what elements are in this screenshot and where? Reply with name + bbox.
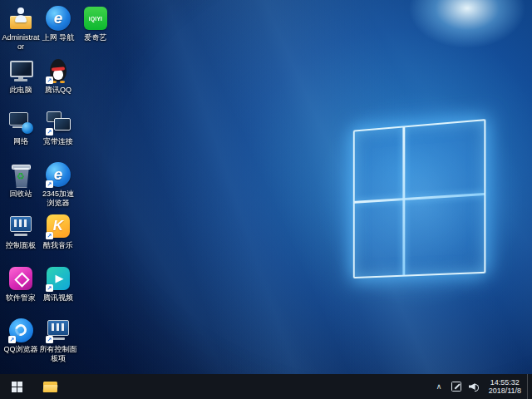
icon-glyph xyxy=(7,265,34,292)
icon-label: 网络 xyxy=(2,137,40,146)
icon-label: 腾讯视频 xyxy=(39,293,77,303)
desktop-icon-this-pc[interactable]: 此电脑 xyxy=(2,57,40,95)
desktop-icons: Administrator e 上网 导航 iQIYI 爱奇艺 此电脑 ↗ 腾讯… xyxy=(0,0,532,374)
internet-nav-icon: e xyxy=(45,5,71,32)
tencent-video-icon: ▶ ↗ xyxy=(45,265,71,292)
clock-date: 2018/11/8 xyxy=(489,387,521,396)
system-tray: ∧ 14:55:32 2018/11/8 xyxy=(431,374,532,399)
software-manager-icon xyxy=(7,265,34,292)
icon-glyph xyxy=(7,213,34,239)
icon-label: 回收站 xyxy=(2,190,40,199)
desktop-icon-browser-2345[interactable]: e ↗ 2345加速浏览器 xyxy=(39,161,77,208)
taskbar-clock[interactable]: 14:55:32 2018/11/8 xyxy=(483,378,527,396)
broadband-icon: ↗ xyxy=(45,109,71,135)
network-icon xyxy=(7,109,34,135)
icon-label: 上网 导航 xyxy=(39,33,77,42)
icon-glyph xyxy=(7,57,34,84)
icon-label: 2345加速浏览器 xyxy=(39,190,77,208)
icon-glyph: e xyxy=(45,5,71,32)
this-pc-icon xyxy=(7,57,34,84)
shortcut-arrow-icon: ↗ xyxy=(46,336,53,343)
desktop-icon-tencent-video[interactable]: ▶ ↗ 腾讯视频 xyxy=(39,265,77,303)
iqiyi-icon: iQIYI xyxy=(82,5,109,32)
shortcut-arrow-icon: ↗ xyxy=(46,232,53,239)
icon-glyph xyxy=(7,5,34,32)
icon-label: 腾讯QQ xyxy=(39,86,77,95)
chevron-up-icon: ∧ xyxy=(436,383,442,391)
show-desktop-button[interactable] xyxy=(527,374,532,399)
icon-label: Administrator xyxy=(2,33,40,52)
desktop-icon-qq-browser[interactable]: ↗ QQ浏览器 xyxy=(2,317,40,354)
administrator-icon xyxy=(7,5,34,32)
icon-glyph: iQIYI xyxy=(82,5,109,32)
icon-label: 此电脑 xyxy=(2,86,40,95)
desktop-icon-software-manager[interactable]: 软件管家 xyxy=(2,265,40,303)
speaker-icon xyxy=(469,382,480,392)
icon-label: 控制面板 xyxy=(2,241,40,250)
recycle-bin-icon: ♻ xyxy=(7,161,34,188)
control-panel-icon xyxy=(7,213,34,239)
file-explorer-button[interactable] xyxy=(33,374,66,399)
windows-logo-icon xyxy=(12,382,22,392)
desktop-icon-network[interactable]: 网络 xyxy=(2,109,40,146)
icon-label: 爱奇艺 xyxy=(76,33,115,42)
desktop-icon-all-control-panel[interactable]: ↗ 所有控制面板项 xyxy=(39,317,77,363)
desktop-icon-kuwo-music[interactable]: K ↗ 酷我音乐 xyxy=(39,213,77,250)
desktop-icon-control-panel[interactable]: 控制面板 xyxy=(2,213,40,250)
desktop-icon-tencent-qq[interactable]: ↗ 腾讯QQ xyxy=(39,57,77,95)
shortcut-arrow-icon: ↗ xyxy=(46,76,53,84)
icon-glyph: ♻ xyxy=(7,161,34,188)
pen-icon xyxy=(451,382,461,392)
volume-button[interactable] xyxy=(466,374,483,399)
start-button[interactable] xyxy=(0,374,33,399)
icon-label: 所有控制面板项 xyxy=(39,345,77,363)
desktop-icon-iqiyi[interactable]: iQIYI 爱奇艺 xyxy=(76,5,115,42)
desktop-icon-recycle-bin[interactable]: ♻ 回收站 xyxy=(2,161,40,199)
desktop: Administrator e 上网 导航 iQIYI 爱奇艺 此电脑 ↗ 腾讯… xyxy=(0,0,532,399)
taskbar: ∧ 14:55:32 2018/11/8 xyxy=(0,374,532,399)
icon-label: 酷我音乐 xyxy=(39,241,77,250)
icon-glyph xyxy=(7,109,34,135)
tray-overflow-button[interactable]: ∧ xyxy=(431,374,448,399)
kuwo-music-icon: K ↗ xyxy=(45,213,71,239)
shortcut-arrow-icon: ↗ xyxy=(8,336,16,343)
tencent-qq-icon: ↗ xyxy=(45,57,71,84)
shortcut-arrow-icon: ↗ xyxy=(46,284,53,292)
shortcut-arrow-icon: ↗ xyxy=(46,180,53,188)
icon-label: 软件管家 xyxy=(2,293,40,303)
clock-time: 14:55:32 xyxy=(489,378,521,387)
shortcut-arrow-icon: ↗ xyxy=(46,128,53,135)
qq-browser-icon: ↗ xyxy=(7,317,34,343)
desktop-icon-administrator[interactable]: Administrator xyxy=(2,5,40,52)
all-control-panel-icon: ↗ xyxy=(45,317,71,343)
ime-pen-button[interactable] xyxy=(448,374,466,399)
desktop-icon-internet-nav[interactable]: e 上网 导航 xyxy=(39,5,77,42)
browser-2345-icon: e ↗ xyxy=(45,161,71,188)
icon-label: 宽带连接 xyxy=(39,137,77,146)
folder-icon xyxy=(43,382,57,392)
desktop-icon-broadband[interactable]: ↗ 宽带连接 xyxy=(39,109,77,146)
icon-label: QQ浏览器 xyxy=(2,345,40,354)
